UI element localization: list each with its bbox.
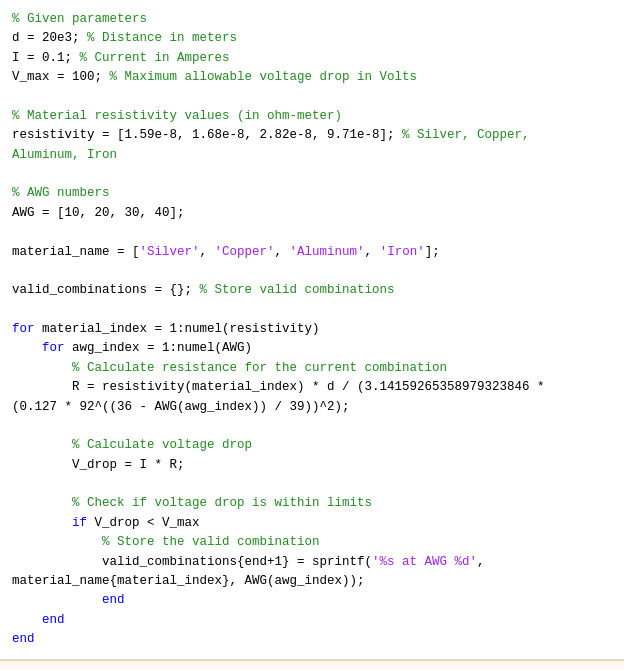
- code-line: end: [12, 630, 612, 649]
- code-line: if V_drop < V_max: [12, 514, 612, 533]
- code-line: % Calculate resistance for the current c…: [12, 359, 612, 378]
- code-line: Aluminum, Iron: [12, 146, 612, 165]
- code-line: [12, 475, 612, 494]
- code-line: % Given parameters: [12, 10, 612, 29]
- code-line: % AWG numbers: [12, 184, 612, 203]
- code-line: resistivity = [1.59e-8, 1.68e-8, 2.82e-8…: [12, 126, 612, 145]
- code-line: [12, 301, 612, 320]
- code-line: [12, 165, 612, 184]
- code-line: I = 0.1; % Current in Amperes: [12, 49, 612, 68]
- code-line: % Check if voltage drop is within limits: [12, 494, 612, 513]
- code-line: [12, 88, 612, 107]
- code-line: % Calculate voltage drop: [12, 436, 612, 455]
- code-line: AWG = [10, 20, 30, 40];: [12, 204, 612, 223]
- code-line: valid_combinations{end+1} = sprintf('%s …: [12, 553, 612, 572]
- code-line: material_name = ['Silver', 'Copper', 'Al…: [12, 243, 612, 262]
- code-line: valid_combinations = {}; % Store valid c…: [12, 281, 612, 300]
- code-line: % Material resistivity values (in ohm-me…: [12, 107, 612, 126]
- error-block: Brace indexing is not supported for vari…: [0, 660, 624, 670]
- code-line: d = 20e3; % Distance in meters: [12, 29, 612, 48]
- code-line: R = resistivity(material_index) * d / (3…: [12, 378, 612, 397]
- code-line: % Store the valid combination: [12, 533, 612, 552]
- code-line: (0.127 * 92^((36 - AWG(awg_index)) / 39)…: [12, 398, 612, 417]
- code-line: [12, 262, 612, 281]
- code-line: for material_index = 1:numel(resistivity…: [12, 320, 612, 339]
- code-line: for awg_index = 1:numel(AWG): [12, 339, 612, 358]
- main-code-block: % Given parameters d = 20e3; % Distance …: [0, 0, 624, 660]
- code-line: [12, 223, 612, 242]
- code-line: [12, 417, 612, 436]
- code-line: end: [12, 591, 612, 610]
- code-line: material_name{material_index}, AWG(awg_i…: [12, 572, 612, 591]
- code-line: V_max = 100; % Maximum allowable voltage…: [12, 68, 612, 87]
- code-line: end: [12, 611, 612, 630]
- code-line: V_drop = I * R;: [12, 456, 612, 475]
